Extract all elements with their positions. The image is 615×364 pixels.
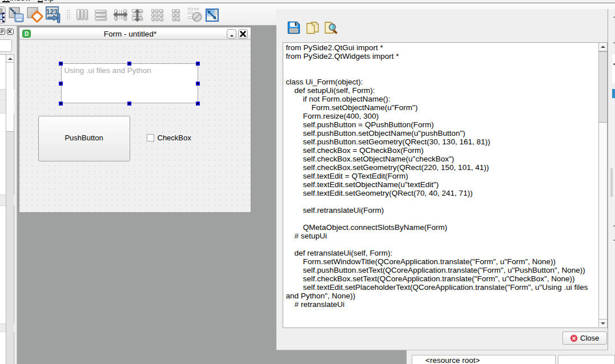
svg-text:D: D xyxy=(25,31,29,37)
svg-text:123: 123 xyxy=(46,8,58,16)
